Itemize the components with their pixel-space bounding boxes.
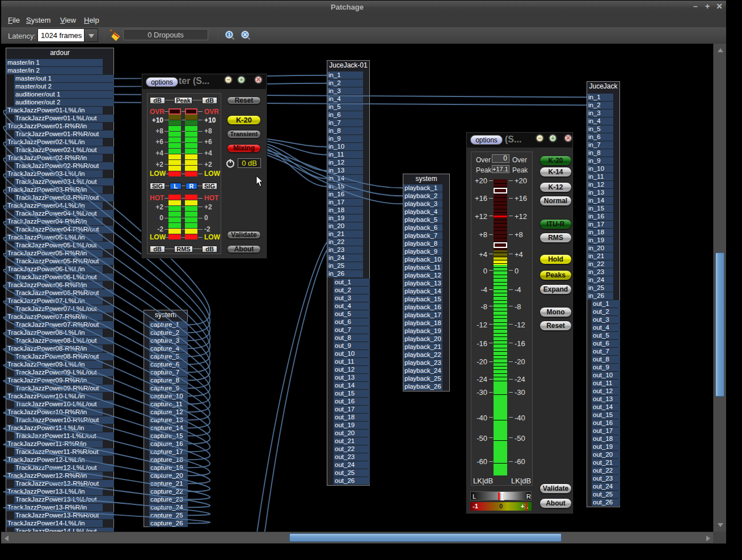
svg-text:1: 1	[227, 32, 230, 37]
